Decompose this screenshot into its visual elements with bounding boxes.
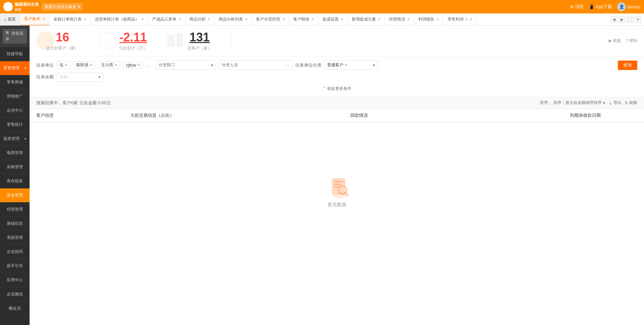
filter-tag-cjttcw[interactable]: cjttcw ✕ — [123, 62, 143, 69]
help-button[interactable]: ? 帮助 — [626, 38, 637, 44]
balance-filter-label: 往来余额 — [36, 74, 54, 80]
tab-customer-segment[interactable]: 客户分层经营 ✕ — [252, 13, 289, 26]
sidebar-item-retail-mall[interactable]: 零售商城 — [0, 75, 30, 89]
sidebar-item-marketing[interactable]: 营销推广 — [0, 89, 30, 104]
tab-close-icon[interactable]: ✕ — [42, 17, 45, 21]
department-select[interactable]: 分管部门 ▾ — [156, 61, 216, 70]
sidebar-item-finance[interactable]: 资金管理 — [0, 188, 30, 203]
home-icon: ⌂ — [4, 17, 6, 22]
more-tags-button[interactable]: ... — [146, 63, 149, 68]
tab-promotion-settings[interactable]: 提成设置 ✕ — [318, 13, 348, 26]
sidebar-item-retail[interactable]: 零售管理 ▾ — [0, 61, 30, 75]
category-select[interactable]: 普通客户 ✕ ▾ — [324, 61, 378, 70]
sidebar-item-enterprise[interactable]: 企业协同 — [0, 245, 30, 259]
app-subtitle: 标版 — [15, 7, 39, 12]
app-download-action[interactable]: 📱 App下载 — [589, 4, 612, 10]
sidebar-item-basic-info[interactable]: 基础信息 — [0, 217, 30, 231]
search-menu-button[interactable]: 🔍 搜索菜单 — [3, 29, 27, 44]
sidebar-item-enterprise-wechat[interactable]: 企业微信 — [0, 287, 30, 301]
sort-select[interactable]: 排序： 排序：按欠款金额倒序排序 ▾ — [540, 100, 605, 106]
filter-tag-wang[interactable]: 王小亮 ✕ — [98, 61, 120, 69]
tab-retail-profit[interactable]: 零售利润（ ✕ — [443, 13, 477, 26]
sidebar-item-quick-nav[interactable]: 快捷导航 — [0, 47, 30, 61]
category-tag[interactable]: 普通客户 ✕ — [327, 62, 347, 68]
tab-close-icon[interactable]: ✕ — [470, 17, 472, 21]
filter-tag-wang-close[interactable]: ✕ — [114, 63, 117, 67]
sidebar-item-ecommerce[interactable]: 电商管理 — [0, 146, 30, 160]
sidebar-item-system[interactable]: 系统管理 — [0, 231, 30, 245]
tab-new-promotion[interactable]: 新增提成方案 ✕ — [348, 13, 385, 26]
export-button[interactable]: ⭳ 导出 — [608, 100, 621, 106]
tab-customers[interactable]: 客户账本 ✕ — [20, 13, 49, 26]
sidebar-item-app-center[interactable]: 应用中心 — [0, 273, 30, 287]
sidebar-item-inventory[interactable]: 库存核算 — [0, 174, 30, 188]
sort-value: 排序：按欠款金额倒序排序 — [553, 100, 602, 106]
inventory-label: 库存核算 — [7, 179, 23, 183]
sidebar-item-operations[interactable]: 经营管理 — [0, 203, 30, 217]
sidebar-item-new-guide[interactable]: 新手引导 — [0, 259, 30, 273]
filter-tag-chen-close[interactable]: ✕ — [89, 63, 92, 67]
tab-profit-report[interactable]: 利润报告 ✕ — [414, 13, 443, 26]
message-label: 消息 — [575, 4, 584, 10]
nav-next-button[interactable]: ▶ — [618, 16, 625, 23]
filter-tag-wu[interactable]: 伍 ✕ — [56, 61, 71, 69]
filter-tag-chen[interactable]: 陈民强 ✕ — [73, 61, 95, 69]
tab-operation[interactable]: 经营情况 ✕ — [385, 13, 414, 26]
tab-close-icon[interactable]: ✕ — [84, 17, 86, 21]
tab-close-icon[interactable]: ✕ — [378, 17, 381, 21]
help-label: 帮助 — [629, 38, 637, 44]
user-area[interactable]: 👤 demo2 — [617, 2, 641, 11]
tab-customer-contact[interactable]: 客户联络 ✕ — [289, 13, 318, 26]
system-label: 系统管理 — [7, 235, 23, 240]
download-icon: 📱 — [589, 4, 594, 9]
tab-purchase-orders[interactable]: 采购订单统计表 ✕ — [49, 13, 91, 26]
result-actions: 排序： 排序：按欠款金额倒序排序 ▾ ⭳ 导出 ↻ 刷新 — [540, 100, 637, 106]
tab-close-icon[interactable]: ✕ — [178, 17, 181, 21]
workspace-selector[interactable]: 母婴行业演示账套 ▾ — [42, 3, 83, 11]
tab-close-icon[interactable]: ✕ — [436, 17, 439, 21]
tab-home-label: 首页 — [8, 16, 16, 22]
tab-product-in[interactable]: 产成品入库单 ✕ — [148, 13, 185, 26]
refresh-button[interactable]: ↻ 刷新 — [625, 100, 637, 106]
balance-select[interactable]: 选择... ▾ — [56, 73, 103, 82]
tab-stock-in[interactable]: 进货单统计表（按商品） ✕ — [91, 13, 148, 26]
vip-member-label: 畅会员 — [9, 306, 21, 311]
filter-tag-cjttcw-close[interactable]: ✕ — [137, 63, 140, 67]
nav-expand-button[interactable]: ⛶ — [627, 16, 633, 23]
sidebar-item-retail-stats[interactable]: 零售统计 — [0, 118, 30, 132]
category-tag-close[interactable]: ✕ — [344, 63, 347, 67]
sidebar-item-wholesale[interactable]: 批发管理 ▾ — [0, 132, 30, 146]
tab-close-icon[interactable]: ✕ — [208, 17, 210, 21]
tab-close-icon[interactable]: ✕ — [341, 17, 343, 21]
avatar: 👤 — [617, 2, 626, 11]
collapse-button[interactable]: ⌃ 收起更多条件 — [36, 84, 637, 93]
sidebar-item-vip-member[interactable]: 畅会员 — [0, 301, 30, 316]
filter-tag-cjttcw-text: cjttcw — [126, 63, 136, 68]
tab-close-icon[interactable]: ✕ — [141, 17, 144, 21]
tab-profit-report-label: 利润报告 — [418, 16, 434, 22]
filter-tag-wu-close[interactable]: ✕ — [65, 63, 68, 67]
video-label: 视频 — [613, 38, 621, 44]
tab-close-icon[interactable]: ✕ — [311, 17, 314, 21]
tab-product-analysis[interactable]: 商品分析 ✕ — [185, 13, 215, 26]
tab-close-icon[interactable]: ✕ — [282, 17, 285, 21]
sidebar-item-member[interactable]: 会员中心 — [0, 104, 30, 118]
dropdown-arrow-icon: ▾ — [78, 4, 80, 9]
logo-symbol: ¥ — [7, 4, 9, 9]
result-summary: 搜索结果中，客户0家 欠款金额 0.00元 — [36, 100, 111, 106]
person-select[interactable]: 分管人员 ··· — [219, 61, 293, 70]
balance-placeholder: 选择... — [59, 74, 71, 80]
tab-product-analysis-list[interactable]: 商品分析列表 ✕ — [215, 13, 252, 26]
tab-home[interactable]: ⌂ 首页 — [0, 13, 20, 26]
nav-close-all-button[interactable]: ✕ — [635, 16, 641, 23]
video-button[interactable]: ▶ 视频 — [609, 38, 621, 44]
tab-close-icon[interactable]: ✕ — [407, 17, 410, 21]
workspace-name: 母婴行业演示账套 — [44, 4, 77, 10]
filter-row-1: 往来单位 伍 ✕ 陈民强 ✕ 王小亮 ✕ cjttcw ✕ ... — [36, 61, 637, 70]
query-button[interactable]: 查询 — [618, 61, 637, 70]
nav-prev-button[interactable]: ◀ — [610, 16, 617, 23]
sidebar-item-purchase[interactable]: 采购管理 — [0, 160, 30, 174]
tab-close-icon[interactable]: ✕ — [245, 17, 248, 21]
stat-total-customers: ¥ 16 总欠款客户（家） — [36, 31, 99, 51]
message-action[interactable]: ✉ 消息 — [570, 4, 584, 10]
